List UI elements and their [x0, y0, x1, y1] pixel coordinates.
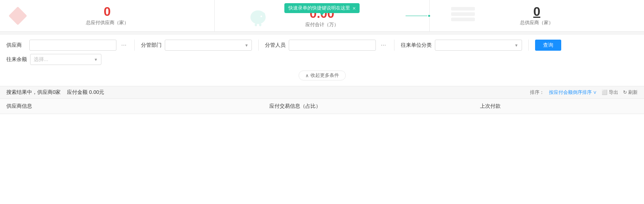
payable-suppliers-number: 0: [104, 5, 111, 18]
divider-1: [134, 40, 135, 51]
total-suppliers-number: 0: [533, 5, 540, 18]
filter-section: 供应商 ··· 分管部门 ▼ 分管人员 ··· 往来单位分类 ▼ 查询 往来余额…: [0, 35, 644, 86]
shortcut-tooltip: 快速录单的快捷键说明在这里 ×: [284, 3, 360, 13]
amount-text: 应付金额 0.00元: [67, 89, 104, 96]
piggybank-icon: [247, 5, 269, 27]
table-section: 供应商信息 应付交易信息（占比） 上次付款: [0, 99, 644, 204]
results-bar: 搜索结果中，供应商0家 应付金额 0.00元 排序： 按应付会额倒序排序 ∨ ⬜…: [0, 86, 644, 99]
list-icon: [451, 7, 475, 25]
balance-filter-label: 往来余额: [6, 56, 27, 63]
svg-point-6: [260, 15, 262, 17]
unit-filter-label: 往来单位分类: [401, 42, 432, 49]
query-button[interactable]: 查询: [535, 40, 561, 51]
diamond-icon: [8, 6, 28, 26]
unit-filter-select[interactable]: ▼: [435, 40, 522, 51]
unit-arrow-icon: ▼: [514, 43, 518, 48]
person-filter-label: 分管人员: [265, 42, 286, 49]
refresh-button[interactable]: ↻ 刷新: [623, 89, 638, 96]
collapse-button[interactable]: ∧ 收起更多条件: [299, 71, 346, 80]
tooltip-close-btn[interactable]: ×: [352, 5, 356, 11]
stat-payable-suppliers: 0 总应付供应商（家）: [0, 0, 215, 31]
export-button[interactable]: ⬜ 导出: [602, 89, 618, 96]
collapse-bar: ∧ 收起更多条件: [6, 68, 638, 83]
tooltip-text: 快速录单的快捷键说明在这里: [288, 5, 350, 11]
dept-filter-label: 分管部门: [141, 42, 162, 49]
supplier-filter-input[interactable]: [29, 40, 116, 51]
stat-total-suppliers: 0 总供应商（家）: [430, 0, 644, 31]
collapse-arrow-icon: ∧: [305, 73, 309, 78]
divider-4: [528, 40, 529, 51]
payable-total-label: 应付合计（万）: [305, 21, 339, 28]
table-header: 供应商信息 应付交易信息（占比） 上次付款: [0, 99, 644, 114]
supplier-filter-label: 供应商: [6, 42, 26, 49]
dept-filter-select[interactable]: ▼: [165, 40, 252, 51]
collapse-label: 收起更多条件: [311, 72, 339, 79]
svg-rect-4: [255, 23, 257, 26]
export-label: 导出: [609, 89, 618, 96]
stats-bar: 0 总应付供应商（家） 快速录单的快捷键说明在这里 × 0.00 应付合计（万）: [0, 0, 644, 32]
col-header-transaction: 应付交易信息（占比）: [269, 103, 480, 110]
balance-arrow-icon: ▼: [94, 57, 98, 62]
refresh-icon: ↻: [623, 90, 627, 95]
supplier-filter-dots[interactable]: ···: [120, 42, 128, 49]
divider-2: [258, 40, 259, 51]
sort-select[interactable]: 按应付会额倒序排序 ∨: [549, 89, 597, 96]
sort-arrow-icon: ∨: [593, 90, 597, 95]
balance-filter-select[interactable]: 选择... ▼: [30, 54, 101, 65]
search-result-text: 搜索结果中，供应商0家: [6, 89, 61, 96]
person-filter-dots[interactable]: ···: [379, 42, 387, 49]
tooltip-connector-line: [406, 15, 429, 16]
balance-placeholder: 选择...: [34, 56, 48, 63]
results-actions: 排序： 按应付会额倒序排序 ∨ ⬜ 导出 ↻ 刷新: [530, 89, 638, 96]
export-icon: ⬜: [602, 90, 608, 95]
filter-row-2: 往来余额 选择... ▼: [6, 54, 638, 65]
person-filter-input[interactable]: [289, 40, 376, 51]
total-suppliers-label: 总供应商（家）: [520, 19, 553, 26]
stat-payable-total: 快速录单的快捷键说明在这里 × 0.00 应付合计（万）: [215, 0, 429, 31]
col-header-lastpay: 上次付款: [480, 103, 638, 110]
svg-rect-9: [451, 17, 475, 21]
filter-row-1: 供应商 ··· 分管部门 ▼ 分管人员 ··· 往来单位分类 ▼ 查询: [6, 40, 638, 51]
svg-rect-7: [451, 7, 475, 10]
dept-arrow-icon: ▼: [244, 43, 248, 48]
col-header-supplier: 供应商信息: [6, 103, 269, 110]
refresh-label: 刷新: [628, 89, 638, 96]
sort-label: 排序：: [530, 89, 544, 96]
payable-suppliers-label: 总应付供应商（家）: [86, 19, 129, 26]
table-body: [0, 114, 644, 204]
sort-value-text: 按应付会额倒序排序: [549, 90, 592, 95]
divider-3: [394, 40, 394, 51]
svg-rect-5: [259, 23, 261, 26]
results-summary: 搜索结果中，供应商0家 应付金额 0.00元: [6, 89, 104, 96]
svg-rect-8: [451, 12, 475, 16]
